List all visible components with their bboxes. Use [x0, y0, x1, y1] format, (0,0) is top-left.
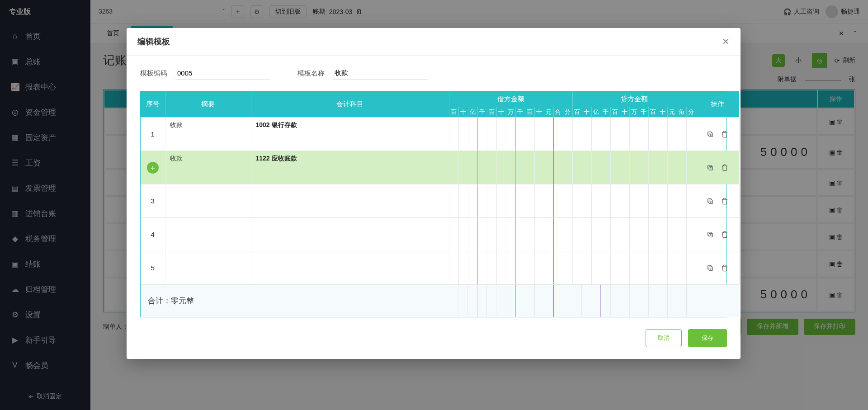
svg-rect-1 [709, 166, 713, 170]
trash-icon [721, 131, 728, 138]
th-unit: 分 [563, 107, 572, 118]
copy-icon [707, 231, 714, 238]
table-row[interactable]: 5 [141, 251, 739, 285]
th-unit: 千 [515, 107, 525, 118]
row-credit-cell[interactable] [572, 184, 696, 218]
row-account: 1122 应收账款 [251, 151, 449, 166]
row-delete-button[interactable] [721, 198, 728, 205]
th-unit: 百 [449, 107, 458, 118]
th-ops: 操作 [696, 91, 739, 118]
total-debit-grid [449, 285, 572, 317]
add-row-button[interactable]: ＋ [147, 162, 159, 174]
template-name-input[interactable] [333, 66, 428, 80]
row-debit-cell[interactable] [449, 218, 572, 251]
th-unit: 十 [496, 107, 506, 118]
trash-icon [721, 264, 728, 272]
row-summary-cell[interactable] [165, 184, 251, 218]
table-row[interactable]: 4 [141, 218, 739, 251]
copy-icon [707, 198, 714, 205]
row-account-cell[interactable]: 1002 银行存款 [251, 118, 449, 151]
copy-icon [707, 131, 714, 138]
table-row[interactable]: 3 [141, 184, 739, 218]
th-unit: 百 [487, 107, 496, 118]
th-unit: 千 [477, 107, 487, 118]
row-ops-cell [696, 151, 739, 184]
table-row[interactable]: ＋收款1122 应收账款 [141, 151, 739, 184]
template-code-label: 模板编码 [140, 69, 167, 78]
svg-rect-3 [709, 233, 713, 237]
row-ops-cell [696, 251, 739, 285]
row-summary-cell[interactable]: 收款 [165, 118, 251, 151]
row-debit-cell[interactable] [449, 251, 572, 285]
row-account-cell[interactable] [251, 184, 449, 218]
th-unit: 千 [639, 107, 648, 118]
row-copy-button[interactable] [707, 264, 714, 272]
table-row[interactable]: 1收款1002 银行存款 [141, 118, 739, 151]
modal-close-button[interactable]: ✕ [722, 36, 730, 47]
th-unit: 亿 [591, 107, 601, 118]
row-summary: 收款 [165, 151, 251, 166]
row-credit-cell[interactable] [572, 251, 696, 285]
row-ops-cell [696, 184, 739, 218]
modal-save-button[interactable]: 保存 [688, 329, 727, 347]
row-index: 1 [141, 118, 165, 151]
row-summary: 收款 [165, 118, 251, 133]
total-label: 合计：零元整 [141, 285, 449, 317]
th-unit: 角 [553, 107, 563, 118]
th-unit: 百 [572, 107, 582, 118]
th-unit: 万 [506, 107, 515, 118]
row-summary-cell[interactable]: 收款 [165, 151, 251, 184]
row-delete-button[interactable] [721, 231, 728, 238]
row-account-cell[interactable]: 1122 应收账款 [251, 151, 449, 184]
copy-icon [707, 264, 714, 272]
th-unit: 分 [686, 107, 696, 118]
row-delete-button[interactable] [721, 264, 728, 272]
row-debit-cell[interactable] [449, 151, 572, 184]
trash-icon [721, 164, 728, 171]
copy-icon [707, 164, 714, 171]
row-delete-button[interactable] [721, 164, 728, 171]
svg-rect-2 [709, 200, 713, 203]
template-table: 序号 摘要 会计科目 借方金额 贷方金额 操作 百 十 亿 千 百 十 [141, 91, 740, 317]
template-name-label: 模板名称 [297, 69, 325, 78]
row-summary-cell[interactable] [165, 218, 251, 251]
th-unit: 十 [658, 107, 667, 118]
row-index: 3 [141, 184, 165, 218]
trash-icon [721, 198, 728, 205]
template-code-input[interactable] [175, 66, 270, 80]
row-ops-cell [696, 218, 739, 251]
th-unit: 十 [534, 107, 544, 118]
edit-template-modal: 编辑模板 ✕ 模板编码 模板名称 [127, 28, 741, 359]
th-unit: 亿 [468, 107, 477, 118]
modal-cancel-button[interactable]: 取消 [646, 329, 682, 347]
row-account-cell[interactable] [251, 251, 449, 285]
row-credit-cell[interactable] [572, 218, 696, 251]
row-debit-cell[interactable] [449, 118, 572, 151]
row-credit-cell[interactable] [572, 151, 696, 184]
th-unit: 元 [667, 107, 677, 118]
th-credit: 贷方金额 [572, 91, 696, 107]
th-unit: 百 [610, 107, 620, 118]
row-summary-cell[interactable] [165, 251, 251, 285]
svg-rect-4 [709, 267, 713, 270]
close-icon: ✕ [722, 37, 730, 47]
row-credit-cell[interactable] [572, 118, 696, 151]
row-delete-button[interactable] [721, 131, 728, 138]
row-copy-button[interactable] [707, 131, 714, 138]
th-debit: 借方金额 [449, 91, 572, 107]
row-index: ＋ [141, 151, 165, 184]
row-debit-cell[interactable] [449, 184, 572, 218]
th-account: 会计科目 [251, 91, 449, 118]
th-seq: 序号 [141, 91, 165, 118]
svg-rect-0 [709, 133, 713, 137]
row-account-cell[interactable] [251, 218, 449, 251]
modal-save-label: 保存 [702, 335, 713, 341]
row-copy-button[interactable] [707, 231, 714, 238]
th-summary: 摘要 [165, 91, 251, 118]
row-copy-button[interactable] [707, 164, 714, 171]
row-index: 5 [141, 251, 165, 285]
modal-cancel-label: 取消 [658, 335, 670, 341]
th-unit: 千 [601, 107, 610, 118]
row-copy-button[interactable] [707, 198, 714, 205]
total-credit-grid [572, 285, 696, 317]
